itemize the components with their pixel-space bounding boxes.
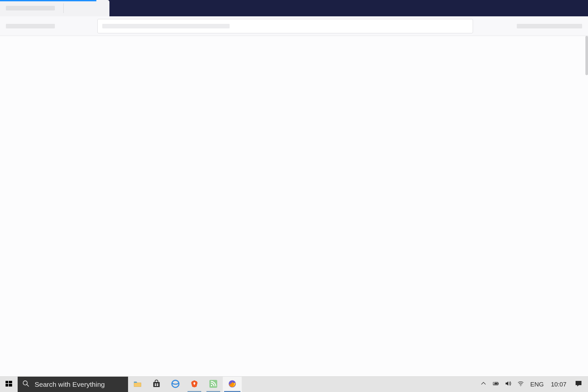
firefox-icon: [228, 380, 237, 389]
store-icon: [152, 380, 161, 389]
taskbar-app-brave[interactable]: [185, 377, 204, 392]
system-tray: ENG 10:07: [478, 377, 588, 392]
tab-divider: [63, 3, 64, 13]
svg-point-18: [520, 385, 521, 386]
svg-rect-16: [498, 383, 499, 384]
browser-toolbar: [0, 16, 588, 36]
notifications-icon: [575, 380, 582, 389]
rss-icon: [209, 380, 218, 389]
tab-loading-indicator: [0, 0, 96, 1]
url-skeleton: [102, 24, 230, 28]
search-icon: [22, 380, 29, 389]
svg-rect-3: [9, 384, 12, 386]
tray-battery[interactable]: [490, 377, 501, 392]
svg-rect-1: [9, 381, 12, 383]
page-content: [0, 36, 588, 376]
browser-tab[interactable]: [0, 0, 109, 16]
tray-volume[interactable]: [503, 377, 514, 392]
start-button[interactable]: [0, 377, 18, 392]
taskbar-app-rss[interactable]: [204, 377, 223, 392]
svg-rect-10: [157, 385, 158, 386]
svg-rect-8: [157, 383, 158, 384]
svg-line-5: [27, 384, 29, 386]
windows-logo-icon: [5, 380, 12, 389]
taskbar-search-placeholder: Search with Everything: [35, 381, 105, 388]
globe-icon: [171, 380, 180, 389]
language-label: ENG: [530, 381, 544, 388]
svg-point-13: [211, 385, 212, 386]
svg-rect-9: [155, 385, 156, 386]
clock-label: 10:07: [551, 381, 566, 388]
taskbar-app-store[interactable]: [147, 377, 166, 392]
scrollbar-thumb[interactable]: [585, 36, 588, 75]
nav-buttons-skeleton: [6, 24, 55, 28]
speaker-icon: [505, 380, 512, 389]
scrollbar[interactable]: [585, 36, 588, 376]
tray-clock[interactable]: 10:07: [547, 377, 570, 392]
taskbar-app-browser-blue[interactable]: [166, 377, 185, 392]
svg-point-4: [23, 381, 27, 385]
tray-overflow[interactable]: [478, 377, 489, 392]
chevron-up-icon: [480, 380, 487, 389]
svg-rect-6: [153, 382, 160, 387]
taskbar-app-file-explorer[interactable]: [128, 377, 147, 392]
tray-language[interactable]: ENG: [528, 377, 546, 392]
svg-rect-7: [155, 383, 156, 384]
tray-network[interactable]: [515, 377, 526, 392]
file-explorer-icon: [133, 380, 142, 389]
svg-rect-2: [6, 384, 8, 386]
windows-taskbar: Search with Everything: [0, 376, 588, 392]
url-bar[interactable]: [97, 19, 473, 33]
taskbar-app-firefox[interactable]: [223, 377, 242, 392]
taskbar-search[interactable]: Search with Everything: [18, 377, 128, 392]
battery-icon: [492, 380, 499, 389]
brave-icon: [190, 380, 199, 389]
wifi-icon: [517, 380, 524, 389]
taskbar-pinned-apps: [128, 377, 242, 392]
action-center[interactable]: [571, 380, 586, 389]
svg-rect-0: [6, 381, 8, 383]
browser-tabstrip: [0, 0, 588, 16]
toolbar-actions-skeleton: [517, 24, 582, 28]
tab-title-skeleton: [6, 6, 55, 10]
